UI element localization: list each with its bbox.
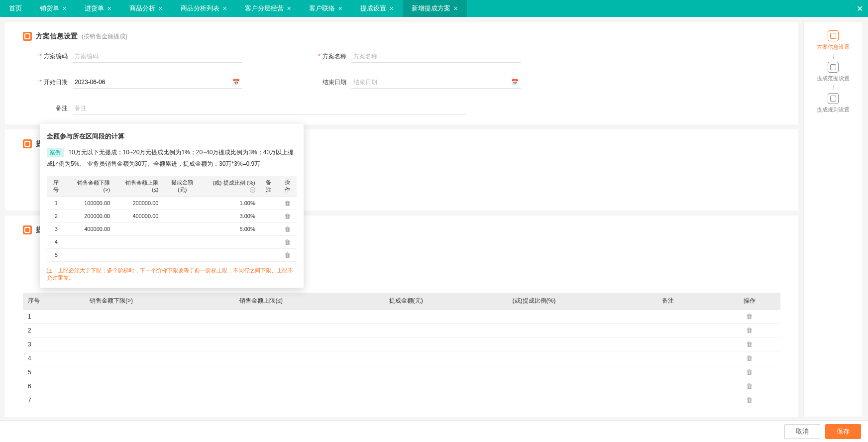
row-no: 4 bbox=[23, 351, 85, 365]
tab-客户分层经营[interactable]: 客户分层经营✕ bbox=[236, 0, 300, 17]
pop-th: 销售金额下限 (>) bbox=[66, 176, 114, 197]
tab-商品分析[interactable]: 商品分析✕ bbox=[120, 0, 172, 17]
table-row: 3400000.005.00%🗑 bbox=[47, 222, 297, 235]
delete-icon[interactable]: 🗑 bbox=[746, 396, 753, 404]
row-no: 3 bbox=[23, 337, 85, 351]
anchor-step-2[interactable]: 提成规则设置 bbox=[817, 93, 850, 113]
delete-icon[interactable]: 🗑 bbox=[746, 313, 753, 320]
tab-销货单[interactable]: 销货单✕ bbox=[31, 0, 76, 17]
input-start-date[interactable] bbox=[73, 76, 242, 89]
panel-info: 方案信息设置 (按销售金额提成) 方案编码 方案名称 开始日期 📅 bbox=[5, 22, 798, 124]
label-start: 开始日期 bbox=[33, 78, 68, 87]
input-end-date[interactable] bbox=[351, 76, 521, 89]
row-no: 7 bbox=[23, 393, 85, 407]
section-title-info: 方案信息设置 bbox=[36, 32, 78, 41]
delete-icon[interactable]: 🗑 bbox=[746, 340, 753, 348]
delete-icon[interactable]: 🗑 bbox=[284, 238, 291, 246]
input-name[interactable] bbox=[351, 50, 521, 63]
close-icon[interactable]: ✕ bbox=[453, 5, 458, 12]
table-row: 3🗑 bbox=[23, 337, 780, 351]
footer-bar: 取消 保存 bbox=[0, 420, 868, 422]
label-code: 方案编码 bbox=[33, 52, 68, 61]
table-row: 2🗑 bbox=[23, 324, 780, 337]
delete-icon[interactable]: 🗑 bbox=[284, 200, 291, 207]
main-th: 销售金额下限(>) bbox=[85, 293, 234, 310]
pop-th: 销售金额上限 (≤) bbox=[114, 176, 162, 197]
input-remark[interactable] bbox=[73, 102, 466, 114]
close-icon[interactable]: ✕ bbox=[222, 5, 227, 12]
example-popover: 全额参与所在区间段的计算 案例 10万元以下无提成；10~20万元提成比例为1%… bbox=[40, 124, 304, 288]
tab-label: 客户联络 bbox=[309, 4, 335, 13]
case-text: 10万元以下无提成；10~20万元提成比例为1%；20~40万提成比例为3%；4… bbox=[47, 149, 294, 167]
step-label: 提成范围设置 bbox=[817, 75, 850, 82]
close-icon[interactable]: ✕ bbox=[158, 5, 163, 12]
step-label: 提成规则设置 bbox=[817, 106, 850, 113]
delete-icon[interactable]: 🗑 bbox=[746, 354, 753, 362]
tab-进货单[interactable]: 进货单✕ bbox=[76, 0, 120, 17]
step-connector bbox=[833, 54, 834, 59]
input-code[interactable] bbox=[73, 50, 242, 63]
tab-label: 商品分析列表 bbox=[181, 4, 219, 13]
step-icon bbox=[828, 93, 839, 104]
delete-icon[interactable]: 🗑 bbox=[746, 327, 753, 334]
tab-新增提成方案[interactable]: 新增提成方案✕ bbox=[403, 0, 467, 17]
step-label: 方案信息设置 bbox=[817, 43, 850, 51]
popover-example-table: 序号销售金额下限 (>)销售金额上限 (≤)提成金额 (元)(或) 提成比例 (… bbox=[47, 176, 297, 262]
tab-bar: 首页销货单✕进货单✕商品分析✕商品分析列表✕客户分层经营✕客户联络✕提成设置✕新… bbox=[0, 0, 868, 17]
table-row: 1100000.00200000.001.00%🗑 bbox=[47, 197, 297, 210]
section-icon bbox=[23, 225, 32, 234]
delete-icon[interactable]: 🗑 bbox=[746, 382, 753, 390]
close-icon[interactable]: ✕ bbox=[389, 5, 394, 12]
commission-table: 序号销售金额下限(>)销售金额上限(≤)提成金额(元)(或)提成比例(%)备注操… bbox=[23, 293, 780, 407]
pop-th: 操作 bbox=[278, 176, 297, 197]
table-row: 4🗑 bbox=[23, 351, 780, 365]
tab-label: 首页 bbox=[9, 4, 22, 13]
label-name: 方案名称 bbox=[312, 52, 346, 61]
delete-icon[interactable]: 🗑 bbox=[746, 368, 753, 376]
close-icon[interactable]: ✕ bbox=[107, 5, 111, 12]
label-remark: 备注 bbox=[33, 104, 68, 112]
close-icon[interactable]: ✕ bbox=[62, 5, 67, 12]
calendar-icon[interactable]: 📅 bbox=[232, 79, 240, 86]
tab-首页[interactable]: 首页 bbox=[0, 0, 31, 17]
pop-th: 提成金额 (元) bbox=[162, 176, 202, 197]
step-connector bbox=[833, 85, 834, 90]
pop-th: (或) 提成比例 (%) ? bbox=[202, 176, 259, 197]
section-subtitle-info: (按销售金额提成) bbox=[82, 32, 127, 41]
anchor-nav: 方案信息设置提成范围设置提成规则设置 bbox=[803, 22, 863, 417]
row-no: 6 bbox=[23, 379, 85, 393]
table-row: 5🗑 bbox=[47, 248, 297, 261]
popover-note: 注：上限必须大于下限；多个阶梯时，下一个阶梯下限要等于前一阶梯上限；不同行之间下… bbox=[47, 267, 297, 282]
table-row: 2200000.00400000.003.00%🗑 bbox=[47, 210, 297, 222]
case-tag: 案例 bbox=[47, 148, 64, 157]
calendar-icon[interactable]: 📅 bbox=[511, 79, 519, 86]
close-icon[interactable]: ✕ bbox=[338, 5, 342, 12]
info-icon[interactable]: ? bbox=[250, 187, 255, 193]
tab-label: 进货单 bbox=[85, 4, 104, 13]
main-th: 序号 bbox=[23, 293, 85, 310]
table-row: 4🗑 bbox=[47, 235, 297, 248]
tab-label: 提成设置 bbox=[360, 4, 386, 13]
popover-title: 全额参与所在区间段的计算 bbox=[47, 132, 297, 141]
close-icon[interactable]: ✕ bbox=[287, 5, 291, 12]
anchor-step-0[interactable]: 方案信息设置 bbox=[817, 30, 850, 51]
step-icon bbox=[828, 30, 839, 41]
tab-label: 商品分析 bbox=[129, 4, 155, 13]
pop-th: 序号 bbox=[47, 176, 66, 197]
main-th: (或)提成比例(%) bbox=[508, 293, 657, 310]
tab-label: 客户分层经营 bbox=[245, 4, 284, 13]
main-th: 操作 bbox=[719, 293, 780, 310]
tab-商品分析列表[interactable]: 商品分析列表✕ bbox=[172, 0, 236, 17]
table-row: 6🗑 bbox=[23, 379, 780, 393]
delete-icon[interactable]: 🗑 bbox=[284, 251, 291, 259]
tab-label: 新增提成方案 bbox=[412, 4, 450, 13]
table-row: 5🗑 bbox=[23, 365, 780, 379]
anchor-step-1[interactable]: 提成范围设置 bbox=[817, 62, 850, 82]
pop-th: 备注 bbox=[259, 176, 278, 197]
tab-label: 销货单 bbox=[40, 4, 59, 13]
tab-提成设置[interactable]: 提成设置✕ bbox=[351, 0, 403, 17]
delete-icon[interactable]: 🗑 bbox=[284, 225, 291, 233]
tab-bar-close-button[interactable]: ✕ bbox=[851, 0, 868, 17]
tab-客户联络[interactable]: 客户联络✕ bbox=[300, 0, 351, 17]
delete-icon[interactable]: 🗑 bbox=[284, 213, 291, 220]
